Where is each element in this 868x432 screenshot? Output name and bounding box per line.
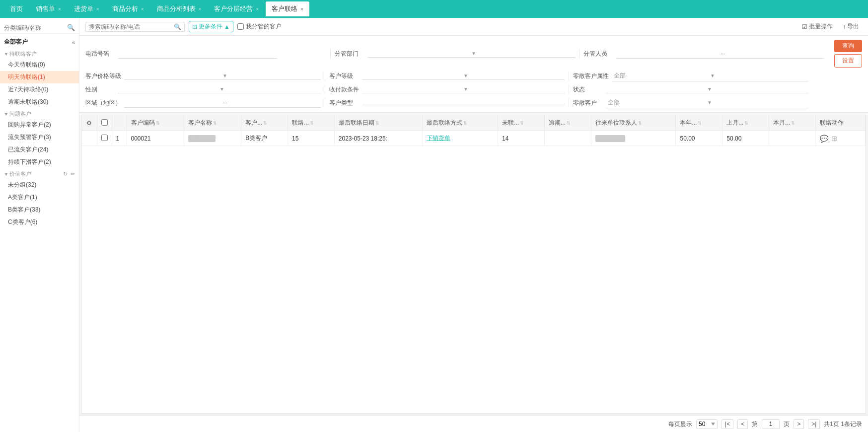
table-row: 1 000021 Ea B类客户 15 2023-05-23 18:25: 下销… — [82, 131, 866, 146]
select-all-checkbox[interactable] — [101, 119, 108, 126]
nav-customer-segment[interactable]: 客户分层经营 × — [208, 1, 265, 16]
retail-customer-arrow-icon: ▼ — [707, 100, 806, 105]
th-last-contact-method[interactable]: 最后联络方式 ⇅ — [422, 115, 498, 131]
th-no-contact[interactable]: 未联... ⇅ — [498, 115, 545, 131]
sidebar-item-continuous-down[interactable]: 持续下滑客户(2) — [0, 156, 79, 168]
search-icon[interactable]: 🔍 — [174, 23, 181, 30]
sort-unit-icon: ⇅ — [638, 121, 642, 126]
sidebar-item-type-a[interactable]: A类客户(1) — [0, 191, 79, 204]
page-size-select[interactable]: 50 100 200 — [696, 419, 718, 429]
sort-year-icon: ⇅ — [698, 121, 702, 126]
more-conditions-btn[interactable]: ⊟ 更多条件 ▲ — [189, 21, 233, 32]
nav-sales[interactable]: 销售单 × — [30, 1, 67, 16]
customer-type-select[interactable] — [362, 102, 565, 104]
action-grid-icon[interactable]: ⊞ — [831, 135, 837, 143]
td-this-year: 50.00 — [676, 131, 723, 146]
settings-btn[interactable]: 设置 — [834, 54, 862, 68]
filter-icon: ⊟ — [192, 23, 197, 30]
customer-level-select[interactable]: ▼ — [362, 72, 565, 80]
retail-attr-select[interactable]: 全部 ▼ — [612, 71, 808, 81]
nav-purchase-close[interactable]: × — [96, 6, 99, 12]
td-checkbox[interactable] — [97, 131, 112, 146]
th-checkbox[interactable] — [97, 115, 112, 131]
nav-home[interactable]: 首页 — [4, 1, 29, 16]
sidebar-item-week7[interactable]: 近7天待联络(0) — [0, 83, 79, 96]
sidebar-search-input[interactable] — [4, 24, 67, 31]
price-level-select[interactable]: ▼ — [124, 72, 321, 80]
divider-5 — [325, 84, 325, 94]
prev-page-btn[interactable]: < — [737, 419, 748, 429]
nav-analysis-table[interactable]: 商品分析列表 × — [151, 1, 208, 16]
collapse-icon[interactable]: « — [72, 39, 75, 45]
query-btn[interactable]: 查询 — [834, 40, 862, 52]
th-gear[interactable]: ⚙ — [82, 115, 97, 131]
region-more-icon[interactable]: ··· — [220, 99, 319, 106]
td-unit-contact — [591, 131, 676, 146]
th-this-year[interactable]: 本年... ⇅ — [676, 115, 723, 131]
nav-analysis[interactable]: 商品分析 × — [106, 1, 150, 16]
dept-arrow-icon: ▼ — [471, 51, 573, 56]
my-customers-checkbox-label[interactable]: 我分管的客户 — [237, 22, 282, 31]
person-select[interactable]: ··· — [616, 49, 824, 59]
nav-customer-contact[interactable]: 客户联络 × — [266, 1, 309, 16]
payment-select[interactable]: ▼ — [362, 85, 565, 93]
sidebar-search-icon[interactable]: 🔍 — [67, 24, 75, 31]
dept-select[interactable]: ▼ — [367, 50, 576, 58]
batch-op-btn[interactable]: ☑ 批量操作 — [799, 21, 836, 32]
th-overdue[interactable]: 逾期... ⇅ — [544, 115, 591, 131]
row-checkbox[interactable] — [101, 135, 108, 141]
sidebar-item-overdue[interactable]: 逾期未联络(30) — [0, 96, 79, 108]
value-refresh-icon[interactable]: ↻ — [63, 171, 68, 177]
th-last-contact-date[interactable]: 最后联络日期 ⇅ — [334, 115, 422, 131]
search-input[interactable] — [89, 23, 174, 30]
th-last-month[interactable]: 上月... ⇅ — [723, 115, 769, 131]
sidebar-item-unclassified[interactable]: 未分组(32) — [0, 179, 79, 191]
nav-customer-contact-close[interactable]: × — [300, 6, 303, 12]
sidebar-item-type-b[interactable]: B类客户(33) — [0, 204, 79, 216]
export-icon: ↑ — [843, 23, 846, 30]
first-page-btn[interactable]: |< — [722, 419, 733, 429]
sidebar-item-type-c[interactable]: C类客户(6) — [0, 216, 79, 228]
retail-attr-arrow-icon: ▼ — [710, 73, 806, 78]
retail-customer-select[interactable]: 全部 ▼ — [606, 97, 808, 108]
value-edit-icon[interactable]: ✏ — [71, 171, 75, 177]
sidebar-item-lost-warning[interactable]: 流失预警客户(3) — [0, 131, 79, 144]
sidebar-search-area: 🔍 — [0, 22, 79, 34]
nav-sales-close[interactable]: × — [58, 6, 61, 12]
region-select[interactable]: ··· — [124, 98, 321, 108]
nav-analysis-table-close[interactable]: × — [199, 6, 202, 12]
sort-date-icon: ⇅ — [375, 121, 379, 126]
next-page-btn[interactable]: > — [794, 419, 804, 429]
sort-nocontact-icon: ⇅ — [520, 121, 524, 126]
page-input[interactable] — [762, 419, 780, 429]
all-customers-header[interactable]: 全部客户 « — [0, 36, 79, 48]
th-num — [112, 115, 127, 131]
gear-icon[interactable]: ⚙ — [86, 120, 92, 127]
filter-retail-customer: 零散客户 全部 ▼ — [573, 97, 808, 108]
sidebar-item-repurchase[interactable]: 回购异常客户(2) — [0, 119, 79, 131]
sort-thismonth-icon: ⇅ — [791, 121, 795, 126]
td-last-contact-method[interactable]: 下销货单 — [422, 131, 498, 146]
th-this-month[interactable]: 本月... ⇅ — [769, 115, 816, 131]
th-code[interactable]: 客户编码 ⇅ — [127, 115, 184, 131]
th-contact[interactable]: 联络... ⇅ — [288, 115, 335, 131]
gender-select[interactable]: ▼ — [118, 85, 321, 93]
nav-purchase[interactable]: 进货单 × — [68, 1, 105, 16]
sidebar-item-already-lost[interactable]: 已流失客户(24) — [0, 144, 79, 156]
sidebar-item-tomorrow[interactable]: 明天待联络(1) — [0, 71, 79, 83]
nav-analysis-close[interactable]: × — [141, 6, 144, 12]
export-btn[interactable]: ↑ 导出 — [840, 21, 862, 32]
person-more-icon[interactable]: ··· — [719, 50, 822, 57]
phone-input[interactable] — [118, 49, 277, 59]
th-unit-contact[interactable]: 往来单位联系人 ⇅ — [591, 115, 676, 131]
th-name[interactable]: 客户名称 ⇅ — [184, 115, 241, 131]
my-customers-checkbox[interactable] — [237, 23, 244, 30]
sidebar-item-today[interactable]: 今天待联络(0) — [0, 59, 79, 71]
divider-7 — [325, 98, 325, 108]
last-page-btn[interactable]: >| — [808, 419, 820, 429]
nav-customer-segment-close[interactable]: × — [256, 6, 259, 12]
th-type[interactable]: 客户... ⇅ — [241, 115, 288, 131]
divider-8 — [569, 98, 569, 108]
action-comment-icon[interactable]: 💬 — [820, 135, 828, 143]
status-select[interactable]: ▼ — [606, 85, 808, 93]
